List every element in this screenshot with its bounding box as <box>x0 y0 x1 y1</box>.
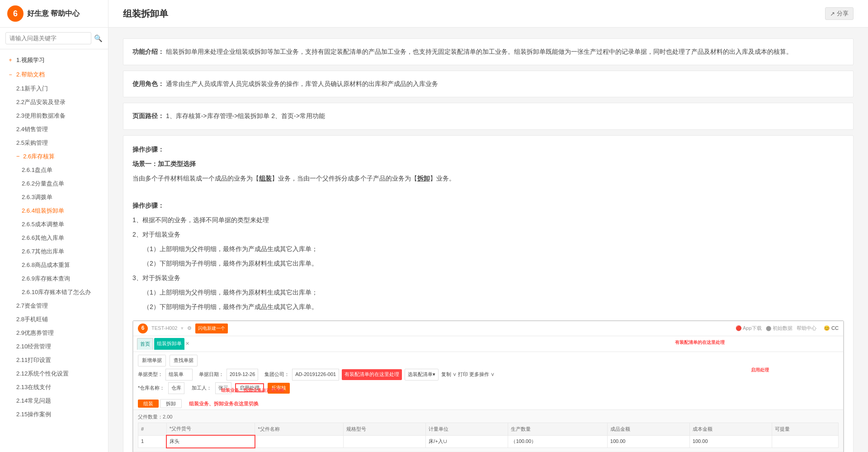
sidebar-item-stock[interactable]: − 2.6库存核算 <box>0 150 108 163</box>
sidebar-item-faq[interactable]: 2.14常见问题 <box>0 394 108 408</box>
intro-text: 组装拆卸单用来处理企业组装或拆卸等加工业务，支持有固定装配清单的产品加工业务，也… <box>166 48 793 55</box>
sidebar-item-cost[interactable]: 2.6.5成本调整单 <box>0 218 108 231</box>
col-num: # <box>138 423 167 435</box>
scene1-desc: 当由多个子件材料组装成一个成品的业务为【组装】业务，当由一个父件拆分成多个子产品… <box>132 172 844 185</box>
worker-field[interactable]: 张三 <box>215 382 231 394</box>
doc-date[interactable]: 2019-12-26 <box>226 369 258 381</box>
app-top-links: 🔴 App下载 ⬤ 初始数据 帮助中心 <box>736 324 820 333</box>
sidebar-item-split[interactable]: 2.6.2分量盘点单 <box>0 177 108 190</box>
sidebar-item-docs[interactable]: − 2.帮助文档 <box>0 67 108 82</box>
sidebar-item-video[interactable]: + 1.视频学习 <box>0 53 108 67</box>
enable-input[interactable]: 启用处理 <box>235 383 264 392</box>
sidebar-item-prepare[interactable]: 2.3使用前数据准备 <box>0 109 108 123</box>
path-section: 页面路径： 1、库存核算->库存管理->组装拆卸单 2、首页->常用功能 <box>123 103 854 129</box>
upper-table-area: 父件数量：2.00 # *父件货号 *父件名称 规格型号 计量单位 生产数量 <box>133 410 843 451</box>
sidebar-item-coupon[interactable]: 2.9优惠券管理 <box>0 326 108 340</box>
step2-2: （2）下部明细为子件明细，最终作为原材料生成其它出库单。 <box>132 257 844 270</box>
ops-steps-title: 操作步骤： <box>132 202 164 209</box>
col-goods-name: *父件名称 <box>255 423 344 435</box>
sidebar-item-print[interactable]: 2.11打印设置 <box>0 353 108 367</box>
upper-table-label: 父件数量：2.00 <box>138 413 839 422</box>
company-field[interactable]: AD-20191226-001 <box>292 369 339 381</box>
confirm-btn[interactable]: 反审核 <box>268 383 290 394</box>
col-cost: 成本金额 <box>689 423 772 435</box>
app-logo-small: 6 <box>138 324 148 333</box>
logo: 6 <box>7 5 24 22</box>
form-row1: 单据类型： 组装单 单据日期： 2019-12-26 集团公司： AD-2019… <box>138 369 839 381</box>
sidebar-item-purchase[interactable]: 2.5采购管理 <box>0 136 108 150</box>
scene1-title: 场景一：加工类型选择 <box>132 160 196 167</box>
app-screenshot: 6 TEST-H002 ▾ ⚙ 闪电新建一个 🔴 App下载 ⬤ 初始数据 帮助… <box>133 321 844 452</box>
role-text: 通常由生产人员或库管人员完成拆装业务的操作，库管人员确认原材料的出库和产成品的入… <box>166 80 438 87</box>
sidebar-item-new[interactable]: 2.1新手入门 <box>0 82 108 95</box>
sidebar-item-sales[interactable]: 2.4销售管理 <box>0 123 108 136</box>
new-order-btn[interactable]: 闪电新建一个 <box>195 324 228 333</box>
form-actions: 新增单据 查找单据 <box>138 355 839 366</box>
sidebar-item-cases[interactable]: 2.15操作案例 <box>0 408 108 421</box>
sidebar-item-adjust[interactable]: 2.6.3调拨单 <box>0 190 108 204</box>
expand-icon: + <box>7 57 14 63</box>
search-input[interactable] <box>5 32 91 44</box>
sidebar-item-customize[interactable]: 2.12系统个性化设置 <box>0 367 108 381</box>
doc-type-select[interactable]: 组装单 <box>165 369 193 381</box>
sidebar-item-stock-check[interactable]: 2.6.9库存账本查询 <box>0 272 108 285</box>
nav-tab-assemble[interactable]: 组装拆卸单 <box>154 338 184 350</box>
sidebar-item-assemble[interactable]: 2.6.4组装拆卸单 <box>0 204 108 218</box>
nav-list: + 1.视频学习 − 2.帮助文档 2.1新手入门 2.2产品安装及登录 2.3… <box>0 49 108 452</box>
assemble-keyword: 组装 <box>259 175 272 182</box>
intro-section: 功能介绍： 组装拆卸单用来处理企业组装或拆卸等加工业务，支持有固定装配清单的产品… <box>123 38 854 65</box>
select-bom-btn[interactable]: 选装配清单▾ <box>405 369 439 381</box>
sidebar-item-install[interactable]: 2.2产品安装及登录 <box>0 95 108 109</box>
role-label: 使用角色： <box>132 80 164 87</box>
warehouse-field[interactable]: 仓库 <box>168 382 184 394</box>
ops-title: 操作步骤： <box>132 146 164 153</box>
enable-section: 启用处理 <box>235 384 264 393</box>
col-spec: 规格型号 <box>344 423 426 435</box>
col-amount: 成品金额 <box>607 423 689 435</box>
sidebar-item-other-in[interactable]: 2.6.6其他入库单 <box>0 231 108 245</box>
role-section: 使用角色： 通常由生产人员或库管人员完成拆装业务的操作，库管人员确认原材料的出库… <box>123 71 854 97</box>
search-icon[interactable]: 🔍 <box>94 34 103 43</box>
app-form: 新增单据 查找单据 单据类型： 组装单 单据日期： 2019-12-26 集团公… <box>133 352 843 398</box>
disassemble-tab[interactable]: 拆卸 <box>160 399 182 408</box>
sidebar-header: 6 好生意 帮助中心 <box>0 0 108 28</box>
app-topbar: 6 TEST-H002 ▾ ⚙ 闪电新建一个 🔴 App下载 ⬤ 初始数据 帮助… <box>133 321 843 336</box>
type-switch-area: 组装 拆卸 组装业务、拆卸业务在这里切换 <box>133 399 843 410</box>
share-icon: ↗ <box>830 10 835 17</box>
sidebar-item-goods-cost[interactable]: 2.6.8商品成本重算 <box>0 258 108 272</box>
app-nav-tabs: 首页 组装拆卸单 ✕ <box>133 336 843 352</box>
path-text: 1、库存核算->库存管理->组装拆卸单 2、首页->常用功能 <box>166 112 325 119</box>
switch-container: 组装 拆卸 <box>138 400 182 409</box>
assemble-tab-active[interactable]: 组装 <box>138 400 159 408</box>
form-row2: *仓库名称： 仓库 加工人： 张三 启用处理 反审核 <box>138 382 839 394</box>
main-content: 组装拆卸单 ↗ 分享 功能介绍： 组装拆卸单用来处理企业组装或拆卸等加工业务，支… <box>108 0 868 452</box>
add-btn[interactable]: 新增单据 <box>138 355 166 366</box>
ops-section: 操作步骤： 场景一：加工类型选择 当由多个子件材料组装成一个成品的业务为【组装】… <box>123 135 854 452</box>
app-instance-label: TEST-H002 <box>151 324 177 333</box>
share-button[interactable]: ↗ 分享 <box>825 7 854 20</box>
main-header: 组装拆卸单 ↗ 分享 <box>108 0 868 28</box>
sidebar-item-payment[interactable]: 2.13在线支付 <box>0 381 108 394</box>
find-btn[interactable]: 查找单据 <box>170 355 198 366</box>
col-goods-code: *父件货号 <box>166 423 255 435</box>
app-user: 😊 CC <box>824 324 839 333</box>
upper-table: # *父件货号 *父件名称 规格型号 计量单位 生产数量 成品金额 成本金额 可… <box>138 423 839 448</box>
step3-1: （1）上部明细为父件明细，最终作为原材料生成其它出库单； <box>132 286 844 299</box>
sidebar-item-finance[interactable]: 2.7资金管理 <box>0 299 108 313</box>
intro-label: 功能介绍： <box>132 48 164 55</box>
collapse-icon: − <box>7 71 14 78</box>
step3: 3、对于拆装业务 <box>132 271 844 284</box>
sidebar-item-mobile[interactable]: 2.8手机旺铺 <box>0 313 108 326</box>
switch-annotation: 组装业务、拆卸业务在这里切换 <box>189 400 259 409</box>
step2-1: （1）上部明细为父件明细，最终作为产成品生成其它入库单； <box>132 243 844 255</box>
col-qty: 计量单位 <box>426 423 508 435</box>
sidebar-item-inventory[interactable]: 2.6.1盘点单 <box>0 163 108 177</box>
sidebar-item-operation[interactable]: 2.10经营管理 <box>0 340 108 353</box>
sidebar: 6 好生意 帮助中心 🔍 + 1.视频学习 − 2.帮助文档 2.1新手入门 2… <box>0 0 108 452</box>
nav-tab-home[interactable]: 首页 <box>137 338 153 350</box>
highlighted-process-btn[interactable]: 有装配清单的在这里处理 <box>342 369 402 380</box>
disassemble-keyword: 拆卸 <box>417 175 430 182</box>
sidebar-item-other-out[interactable]: 2.6.7其他出库单 <box>0 245 108 258</box>
sidebar-item-stock-error[interactable]: 2.6.10库存账本错了怎么办 <box>0 285 108 299</box>
goods-code-cell[interactable]: 床头 <box>166 435 255 448</box>
